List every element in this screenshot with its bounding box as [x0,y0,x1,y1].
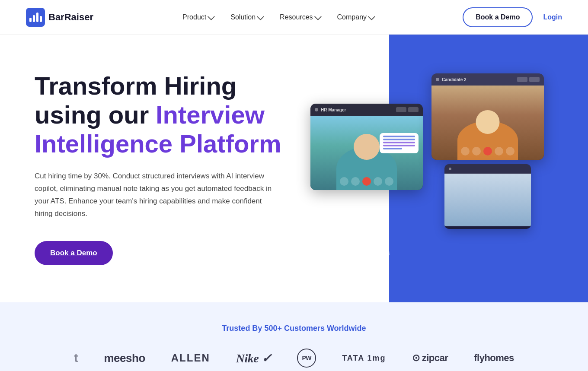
navbar: BarRaiser Product Solution Resources Com… [0,0,588,35]
hero-bg-blue-bottom [389,255,588,302]
hero-cards: HR Manager [310,69,570,251]
chevron-down-icon [368,13,375,20]
allen-logo: ALLEN [171,352,210,364]
meesho-logo: meesho [104,352,145,365]
video-card-3 [444,164,531,229]
nav-item-company[interactable]: Company [330,10,380,25]
logo-link[interactable]: BarRaiser [26,8,93,27]
book-demo-nav-button[interactable]: Book a Demo [463,7,533,27]
nav-links: Product Solution Resources Company [176,10,380,25]
nav-actions: Book a Demo Login [463,7,562,27]
logos-row: t meesho ALLEN Nike ✓ PW TATA 1mg ⊙ zipc… [35,349,553,368]
trusted-title: Trusted By 500+ Customers Worldwide [35,324,553,333]
video-card-1: HR Manager [310,104,423,190]
login-button[interactable]: Login [543,13,562,21]
hero-visual: HR Manager [323,35,588,302]
card-dot [436,78,439,81]
nav-item-solution[interactable]: Solution [224,10,269,25]
hero-title-plain: using our [35,101,156,129]
flyhomes-logo: flyhomes [474,352,514,364]
card1-title: HR Manager [321,108,346,112]
trusted-section: Trusted By 500+ Customers Worldwide t me… [0,302,588,371]
logo-text: BarRaiser [48,12,93,23]
chat-bubble [380,133,419,153]
nav-item-resources[interactable]: Resources [273,10,326,25]
card-dot [449,168,451,170]
partial-logo: t [74,351,78,365]
card2-title: Candidate 2 [442,77,467,82]
zipcar-logo: ⊙ zipcar [412,352,448,364]
nav-item-product[interactable]: Product [176,10,220,25]
hero-title: Transform Hiring using our Interview Int… [35,72,323,158]
logo-icon [26,8,45,27]
video-card-2: Candidate 2 [431,73,544,160]
tata-logo: TATA 1mg [342,354,386,363]
chevron-down-icon [257,13,264,20]
book-demo-hero-button[interactable]: Book a Demo [35,241,113,265]
hero-text-block: Transform Hiring using our Interview Int… [0,46,323,291]
card-dot [315,108,318,111]
pw-logo: PW [297,349,316,368]
chevron-down-icon [314,13,321,20]
hero-section: Transform Hiring using our Interview Int… [0,35,588,302]
nike-logo: Nike ✓ [236,351,271,365]
chevron-down-icon [208,13,215,20]
hero-subtitle: Cut hiring time by 30%. Conduct structur… [35,170,277,220]
